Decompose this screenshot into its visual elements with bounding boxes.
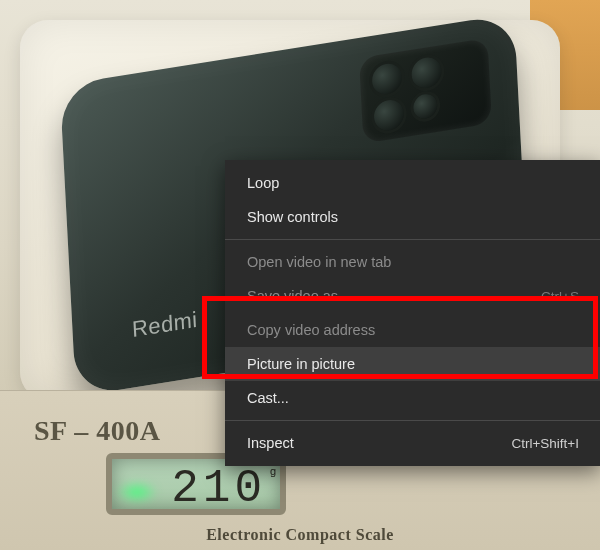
scale-model-label: SF – 400A: [34, 415, 160, 447]
lcd-glow: [116, 481, 158, 503]
phone-camera-module: [359, 38, 492, 144]
camera-lens-icon: [411, 55, 442, 90]
camera-lens-icon: [413, 92, 438, 120]
menu-item-shortcut: Ctrl+Shift+I: [511, 436, 579, 451]
menu-item-label: Save video as...: [247, 288, 350, 304]
menu-item-label: Loop: [247, 175, 279, 191]
menu-item-picture-in-picture[interactable]: Picture in picture: [225, 347, 600, 381]
screenshot-stage: Redmi SF – 400A g 210 Electronic Compact…: [0, 0, 600, 550]
menu-item-show-controls[interactable]: Show controls: [225, 200, 600, 234]
menu-separator: [225, 420, 600, 421]
scale-caption: Electronic Compact Scale: [0, 526, 600, 544]
camera-lens-icon: [371, 62, 402, 97]
menu-item-inspect[interactable]: Inspect Ctrl+Shift+I: [225, 426, 600, 460]
menu-item-label: Cast...: [247, 390, 289, 406]
menu-item-loop[interactable]: Loop: [225, 166, 600, 200]
menu-item-label: Picture in picture: [247, 356, 355, 372]
menu-item-shortcut: Ctrl+S: [541, 289, 579, 304]
menu-item-label: Inspect: [247, 435, 294, 451]
menu-item-open-video-new-tab: Open video in new tab: [225, 245, 600, 279]
menu-item-cast[interactable]: Cast...: [225, 381, 600, 415]
video-context-menu: Loop Show controls Open video in new tab…: [225, 160, 600, 466]
phone-brand-label: Redmi: [132, 307, 199, 343]
menu-item-save-video-as: Save video as... Ctrl+S: [225, 279, 600, 313]
menu-item-label: Copy video address: [247, 322, 375, 338]
menu-item-label: Show controls: [247, 209, 338, 225]
camera-lens-icon: [373, 98, 404, 133]
menu-item-label: Open video in new tab: [247, 254, 391, 270]
scale-reading: 210: [171, 463, 266, 515]
menu-item-copy-video-address: Copy video address: [225, 313, 600, 347]
menu-separator: [225, 239, 600, 240]
scale-unit: g: [270, 465, 276, 477]
